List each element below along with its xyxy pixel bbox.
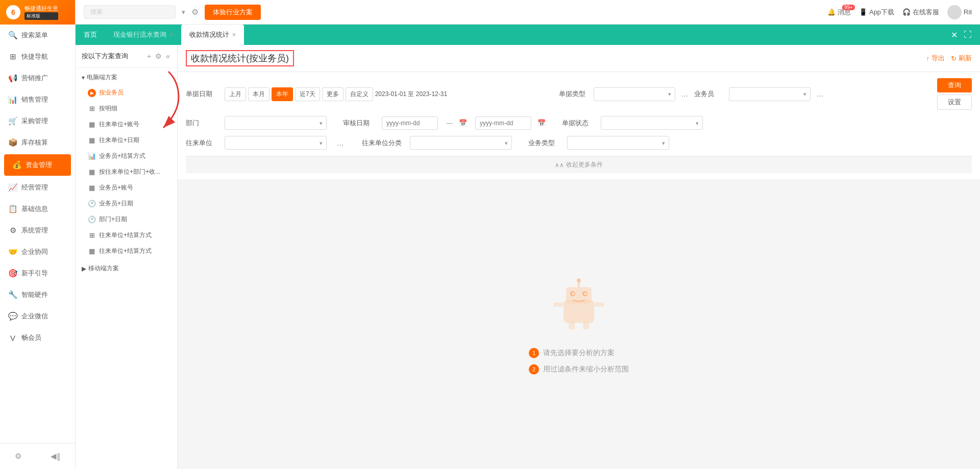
scheme-item-unit-date[interactable]: ▦ 往来单位+日期 <box>76 132 177 148</box>
sidebar-item-search[interactable]: 🔍 搜索菜单 <box>0 25 75 46</box>
grid-icon-2: ⊞ <box>88 231 96 240</box>
review-date-to[interactable] <box>475 116 531 130</box>
sidebar-item-marketing[interactable]: 📢 营销推广 <box>0 67 75 89</box>
collapse-text: 收起更多条件 <box>566 160 603 169</box>
sidebar-logo: 6 畅捷通好生意 标准版 <box>0 0 75 25</box>
online-service-btn[interactable]: 🎧 在线客服 <box>902 8 939 17</box>
type-more-btn[interactable]: ... <box>679 89 690 99</box>
scheme-item-by-staff[interactable]: ▶ 按业务员 <box>76 85 177 101</box>
sidebar-bottom: ⚙ ◀‖ <box>0 443 75 469</box>
scheme-item-unit-dept[interactable]: ▦ 按往来单位+部门+收... <box>76 164 177 180</box>
sidebar-item-smart[interactable]: 🔧 智能硬件 <box>0 284 75 306</box>
scheme-item-unit-settle2[interactable]: ▦ 往来单位+结算方式 <box>76 243 177 259</box>
export-btn[interactable]: ↑ 导出 <box>926 54 945 63</box>
sales-icon: 📊 <box>8 95 17 104</box>
tab-home[interactable]: 首页 <box>76 25 105 45</box>
active-indicator: ▶ <box>88 89 96 97</box>
scheme-item-staff-date[interactable]: 🕐 业务员+日期 <box>76 196 177 212</box>
scheme-item-dept-date[interactable]: 🕐 部门+日期 <box>76 212 177 227</box>
message-btn[interactable]: 🔔 消息 99+ <box>827 8 851 17</box>
trial-btn[interactable]: 体验行业方案 <box>205 5 261 20</box>
sidebar-item-finance[interactable]: 💰 资金管理 <box>4 154 71 176</box>
date-separator: — <box>446 119 453 127</box>
sidebar-item-member[interactable]: V 畅会员 <box>0 327 75 348</box>
empty-state: 1 请先选择要分析的方案 2 用过滤条件来缩小分析范围 <box>529 274 629 374</box>
sidebar-item-ops[interactable]: 📈 经营管理 <box>0 177 75 198</box>
sidebar-item-purchase[interactable]: 🛒 采购管理 <box>0 110 75 132</box>
tab-expand-btn[interactable]: ⛶ <box>964 30 972 39</box>
mobile-group-label: 移动端方案 <box>88 264 119 273</box>
sidebar-item-newbie[interactable]: 🎯 新手引导 <box>0 263 75 284</box>
settings-btn[interactable]: 设置 <box>937 95 972 110</box>
biz-type-select[interactable] <box>567 136 669 150</box>
unit-category-select[interactable] <box>410 136 512 150</box>
chart-icon: 📊 <box>88 152 96 160</box>
scheme-item-staff-account[interactable]: ▦ 业务员+账号 <box>76 180 177 196</box>
logo-icon: 6 <box>6 5 20 19</box>
review-date-from[interactable] <box>382 116 438 130</box>
unit-select-wrap <box>225 136 327 150</box>
empty-tip-2: 2 用过滤条件来缩小分析范围 <box>529 364 629 374</box>
query-btn[interactable]: 查询 <box>937 78 972 92</box>
tab-collection-close[interactable]: × <box>232 31 236 38</box>
date-btn-more[interactable]: 更多 <box>322 87 344 101</box>
scheme-item-staff-settle[interactable]: 📊 业务员+结算方式 <box>76 148 177 164</box>
staff-select[interactable] <box>729 87 811 101</box>
filter-row-3: 往来单位 ... 往来单位分类 业务类型 <box>186 136 972 150</box>
collapse-bar[interactable]: ∧∧ 收起更多条件 <box>186 156 972 173</box>
sidebar-menu: 🔍 搜索菜单 ⊞ 快捷导航 📢 营销推广 📊 销售管理 🛒 采购管理 📦 库存核… <box>0 25 75 443</box>
app-download-btn[interactable]: 📱 App下载 <box>859 8 894 17</box>
sidebar-item-quicknav[interactable]: ⊞ 快捷导航 <box>0 46 75 67</box>
date-btn-last-month[interactable]: 上月 <box>225 87 246 101</box>
tab-bank-close[interactable]: × <box>169 31 173 38</box>
sidebar-item-wechat[interactable]: 💬 企业微信 <box>0 306 75 327</box>
sidebar-settings-btn[interactable]: ⚙ <box>9 448 28 465</box>
app-icon: 📱 <box>859 8 867 16</box>
refresh-btn[interactable]: ↻ 刷新 <box>951 54 972 63</box>
sidebar-item-enterprise[interactable]: 🤝 企业协同 <box>0 241 75 263</box>
scheme-item-unit-account[interactable]: ▦ 往来单位+账号 <box>76 116 177 132</box>
topbar-gear-icon[interactable]: ⚙ <box>191 7 199 17</box>
svg-rect-9 <box>594 302 604 307</box>
sidebar-item-inventory[interactable]: 📦 库存核算 <box>0 132 75 153</box>
date-btn-week[interactable]: 近7天 <box>295 87 320 101</box>
unit-category-label: 往来单位分类 <box>362 138 402 148</box>
topbar-dropdown-arrow[interactable]: ▾ <box>182 8 185 16</box>
sidebar-item-basic[interactable]: 📋 基础信息 <box>0 198 75 220</box>
scheme-item-by-detail[interactable]: ⊞ 按明细 <box>76 101 177 116</box>
unit-category-select-wrap <box>410 136 512 150</box>
right-panel: 收款情况统计(按业务员) ↑ 导出 ↻ 刷新 单据日期 <box>178 45 980 469</box>
type-select[interactable] <box>594 87 675 101</box>
date-btn-custom[interactable]: 自定义 <box>346 87 373 101</box>
collapse-icon: ∧∧ <box>555 161 564 169</box>
tab-collection[interactable]: 收款情况统计 × <box>181 25 244 45</box>
unit-more-btn[interactable]: ... <box>335 138 346 148</box>
scheme-settings-btn[interactable]: ⚙ <box>154 51 163 61</box>
mobile-group-arrow: ▶ <box>82 265 86 272</box>
scheme-item-unit-settle1[interactable]: ⊞ 往来单位+结算方式 <box>76 227 177 243</box>
biz-type-label: 业务类型 <box>528 138 559 148</box>
tip-num-2: 2 <box>529 364 539 374</box>
sidebar-item-sales[interactable]: 📊 销售管理 <box>0 89 75 110</box>
logo-text: 畅捷通好生意 <box>24 5 58 12</box>
scheme-collapse-btn[interactable]: « <box>165 51 171 61</box>
staff-label: 业务员 <box>694 89 725 99</box>
mobile-scheme-group[interactable]: ▶ 移动端方案 <box>76 261 177 276</box>
dept-select-wrap <box>225 116 327 130</box>
staff-more-btn[interactable]: ... <box>815 89 825 99</box>
user-avatar[interactable]: Rit <box>947 5 972 19</box>
tab-bank[interactable]: 现金银行流水查询 × <box>105 25 181 45</box>
unit-select[interactable] <box>225 136 327 150</box>
left-panel-header: 按以下方案查询 + ⚙ « <box>76 45 177 68</box>
page-header: 收款情况统计(按业务员) ↑ 导出 ↻ 刷新 <box>178 45 980 72</box>
calendar-icon-1: 📅 <box>459 119 467 127</box>
sidebar-item-system[interactable]: ⚙ 系统管理 <box>0 220 75 241</box>
sidebar-collapse-btn[interactable]: ◀‖ <box>44 448 67 465</box>
tab-close-all-btn[interactable]: ✕ <box>951 30 958 40</box>
pc-group-header[interactable]: ▾ 电脑端方案 <box>76 70 177 85</box>
status-select[interactable] <box>601 116 703 130</box>
date-btn-current-month[interactable]: 本月 <box>248 87 270 101</box>
dept-select[interactable] <box>225 116 327 130</box>
date-btn-current-year[interactable]: 本年 <box>272 87 293 101</box>
add-scheme-btn[interactable]: + <box>146 51 152 61</box>
